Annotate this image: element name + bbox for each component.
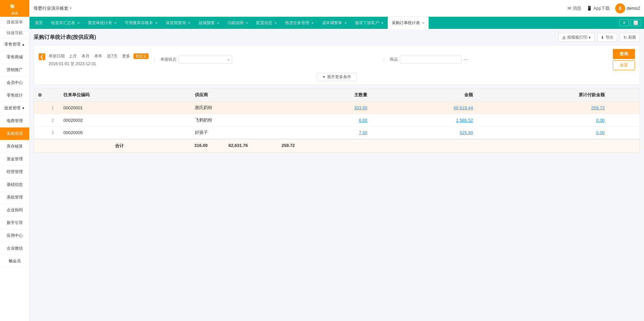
table-row[interactable]: 3 00020005 好孩子 7.00 525.80 0.00 xyxy=(34,126,640,139)
td-quantity: 7.00 xyxy=(289,126,371,139)
logo-icon: 畅 xyxy=(9,1,21,10)
refresh-button[interactable]: ↻ 刷新 xyxy=(620,33,640,42)
tab-receive-send-close[interactable]: ✕ xyxy=(77,21,80,25)
sidebar-item-enterprise[interactable]: 企业协同 xyxy=(0,204,29,217)
date-custom-badge[interactable]: 自定义 xyxy=(133,53,149,59)
sidebar-item-search[interactable]: 搜索菜单 xyxy=(0,17,29,28)
query-button[interactable]: 查询 xyxy=(613,49,635,59)
sidebar-item-wholesale[interactable]: 批发管理 ▼ xyxy=(0,102,29,115)
shortcut-this-month[interactable]: 本月 xyxy=(80,53,91,60)
nav-tabs: 首页 收发存汇总表 ✕ 要货单统计表 ✕ 可用量库存账本 ✕ 保质期查询 ✕ 超… xyxy=(30,17,644,29)
main-area: 母婴行业演示账套 ▾ ✉ 消息 📱 App下载 E demo2 首页 收发存汇总… xyxy=(30,0,644,321)
tab-overstock-close[interactable]: ✕ xyxy=(217,21,219,25)
tab-expiry-query-label: 保质期查询 xyxy=(166,20,186,26)
table-row[interactable]: 1 00020001 惠氏奶粉 303.00 60,519.44 259.72 xyxy=(34,102,640,114)
refresh-icon: ↻ xyxy=(624,35,627,40)
tab-invite-downstream[interactable]: 邀请下游客户 ✕ xyxy=(351,17,388,29)
tab-expiry-query-close[interactable]: ✕ xyxy=(188,21,191,25)
sidebar-item-retail[interactable]: 零售管理 ▲ xyxy=(0,38,29,51)
td-extra xyxy=(609,114,640,126)
footer-label: 合计 xyxy=(111,140,178,152)
tab-pick-task[interactable]: 拣货任务管理 ✕ xyxy=(281,17,318,29)
expand-icon: ▼ xyxy=(322,75,326,79)
workspace-selector[interactable]: 母婴行业演示账套 ▾ xyxy=(34,5,72,11)
sidebar-item-retail-stats[interactable]: 零售统计 xyxy=(0,89,29,102)
tab-available-stock[interactable]: 可用量库存账本 ✕ xyxy=(121,17,162,29)
sidebar-item-quick-nav[interactable]: 快捷导航 xyxy=(0,28,29,38)
footer-paid: 259.72 xyxy=(252,140,299,152)
tab-receive-send[interactable]: 收发存汇总表 ✕ xyxy=(47,17,84,29)
sidebar-item-ecommerce[interactable]: 电商管理 xyxy=(0,115,29,127)
td-settings xyxy=(34,102,46,114)
th-num xyxy=(46,89,59,102)
tab-purchase-summary[interactable]: 采购订单统计表 ✕ xyxy=(388,17,429,29)
sidebar-item-retail-mall[interactable]: 零售商城 xyxy=(0,51,29,64)
tab-cost-adjust[interactable]: 成本调整单 ✕ xyxy=(318,17,351,29)
tab-home[interactable]: 首页 xyxy=(31,17,47,29)
sidebar-item-app-center[interactable]: 应用中心 xyxy=(0,229,29,242)
nav-tabs-close-all[interactable]: ✕ xyxy=(620,19,629,26)
td-paid-amount: 0.00 xyxy=(477,114,608,126)
tab-expiry-query[interactable]: 保质期查询 ✕ xyxy=(162,17,195,29)
tab-overstock-warning[interactable]: 超储预警 ✕ xyxy=(195,17,223,29)
top-bar-right: ✉ 消息 📱 App下载 E demo2 xyxy=(568,3,640,13)
goods-more-btn[interactable]: ··· xyxy=(464,57,468,62)
th-supplier-name: 供应商 xyxy=(191,89,289,102)
shortcut-last-month[interactable]: 上月 xyxy=(67,53,78,60)
th-settings[interactable]: ⚙ xyxy=(34,89,46,102)
tab-pick-task-close[interactable]: ✕ xyxy=(311,21,314,25)
td-settings xyxy=(34,126,46,139)
tab-cost-adjust-close[interactable]: ✕ xyxy=(344,21,347,25)
phone-icon: 📱 xyxy=(587,6,592,11)
sidebar-item-enterprise-wechat[interactable]: 企业微信 xyxy=(0,242,29,255)
tab-cost-adjust-label: 成本调整单 xyxy=(322,20,342,26)
filter-status-wrap: 单据状态 ▾ xyxy=(160,56,378,64)
sidebar-item-member2[interactable]: 畅会员 xyxy=(0,255,29,268)
tab-purchase-summary-label: 采购订单统计表 xyxy=(392,20,420,26)
sidebar-item-member[interactable]: 会员中心 xyxy=(0,76,29,89)
tab-home-label: 首页 xyxy=(35,20,43,26)
settings-button[interactable]: 设置 xyxy=(613,60,635,70)
shortcut-more[interactable]: 更多 xyxy=(121,53,131,60)
sidebar-item-operation[interactable]: 经营管理 xyxy=(0,166,29,178)
tab-available-stock-close[interactable]: ✕ xyxy=(155,21,158,25)
tab-feature-desc[interactable]: 功能说明 ✕ xyxy=(223,17,252,29)
table-row[interactable]: 2 00020002 飞鹤奶粉 6.00 1,586.52 0.00 xyxy=(34,114,640,126)
export-button[interactable]: ⬇ 导出 xyxy=(597,33,617,42)
tab-config-close[interactable]: ✕ xyxy=(274,21,277,25)
shortcut-this-year[interactable]: 本年 xyxy=(93,53,104,60)
app-download-btn[interactable]: 📱 App下载 xyxy=(587,5,610,11)
sidebar-item-finance[interactable]: 资金管理 xyxy=(0,153,29,166)
status-select[interactable] xyxy=(178,56,232,64)
date-range-row: 2016-01-01 至 2023-12-31 xyxy=(49,61,149,67)
shortcut-7days[interactable]: 近7天 xyxy=(106,53,119,60)
tab-purchase-summary-close[interactable]: ✕ xyxy=(422,21,425,25)
user-profile[interactable]: E demo2 xyxy=(615,3,640,13)
tab-order-summary-label: 要货单统计表 xyxy=(88,20,112,26)
tab-config-info[interactable]: 配置信息 ✕ xyxy=(252,17,281,29)
sidebar-item-marketing[interactable]: 营销推广 xyxy=(0,64,29,76)
footer-settings-spacer xyxy=(34,140,57,152)
sidebar-item-purchase[interactable]: 采购管理 xyxy=(0,127,29,140)
tab-feature-desc-close[interactable]: ✕ xyxy=(246,21,248,25)
message-btn[interactable]: ✉ 消息 xyxy=(568,5,581,11)
td-amount: 525.80 xyxy=(371,126,477,139)
sidebar-item-newbie[interactable]: 新手引导 xyxy=(0,217,29,229)
expand-btn[interactable]: ▼ 展开更多条件 xyxy=(317,73,357,81)
date-range: 2016-01-01 至 2023-12-31 xyxy=(49,61,96,67)
app-download-label: App下载 xyxy=(593,5,610,11)
footer-amount: 62,631.76 xyxy=(212,140,252,152)
sidebar-item-inventory[interactable]: 库存核算 xyxy=(0,140,29,153)
print-button[interactable]: 🖨 按模板打印 ▾ xyxy=(558,33,594,42)
filter-collapse-btn[interactable]: ❮ xyxy=(39,53,45,60)
sidebar-item-basic[interactable]: 基础信息 xyxy=(0,178,29,191)
goods-input[interactable] xyxy=(400,56,462,64)
tab-order-summary-close[interactable]: ✕ xyxy=(114,21,117,25)
sidebar-item-system[interactable]: 系统管理 xyxy=(0,191,29,204)
sidebar-logo[interactable]: 畅 标题 xyxy=(0,0,29,17)
nav-tabs-expand[interactable]: ⬜ xyxy=(630,19,641,26)
tab-order-summary[interactable]: 要货单统计表 ✕ xyxy=(84,17,121,29)
nav-tabs-end: ✕ ⬜ xyxy=(620,19,643,26)
tab-invite-close[interactable]: ✕ xyxy=(381,21,384,25)
footer-num-spacer xyxy=(57,140,71,152)
